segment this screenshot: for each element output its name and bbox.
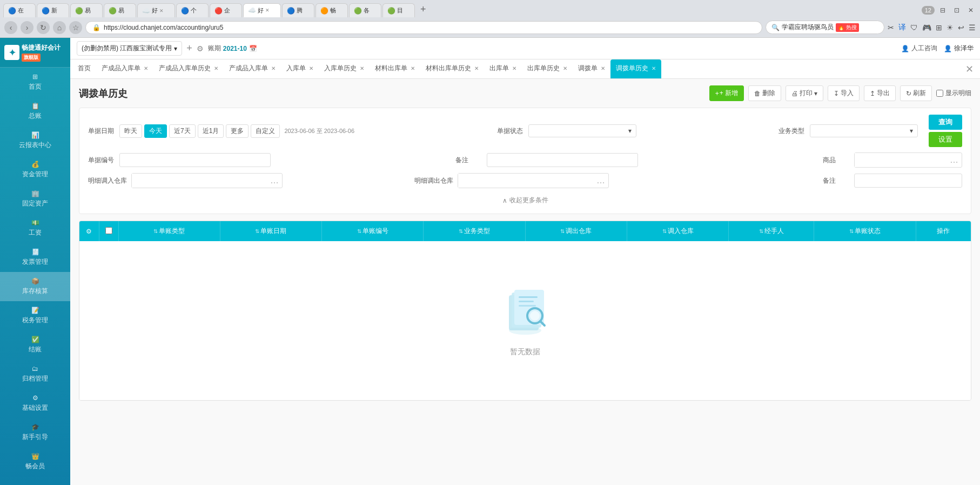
settings-button[interactable]: 设置 [929,132,962,147]
cut-icon[interactable]: ✂ [888,23,894,32]
sidebar-item-settings[interactable]: ⚙ 基础设置 [0,389,70,418]
period-selector[interactable]: 账期 2021-10 📅 [208,44,257,53]
status-select[interactable]: ▾ [528,124,636,137]
col-out-warehouse[interactable]: ⇅ 调出仓库 [525,221,627,241]
close-icon[interactable]: ✕ [271,65,276,71]
tab-product-in-history[interactable]: 产成品入库单历史 ✕ [153,59,224,79]
tab[interactable]: 🔵腾 [282,3,314,17]
tab-stock-in-history[interactable]: 入库单历史 ✕ [319,59,370,79]
tab-product-in[interactable]: 产成品入库单 ✕ [96,59,153,79]
window-controls[interactable]: ⊟ ⊡ ✕ [937,5,977,15]
more-btn[interactable]: 更多 [226,124,249,138]
display-toggle-checkbox[interactable] [936,90,943,97]
goods-more-icon[interactable]: … [947,155,962,165]
detail-in-more-icon[interactable]: … [267,176,282,185]
bookmark-button[interactable]: ☆ [69,21,82,34]
delete-button[interactable]: 🗑 删除 [748,85,781,101]
display-toggle-label[interactable]: 显示明细 [936,89,971,98]
refresh-button[interactable]: ↻ 刷新 [900,85,932,101]
address-bar[interactable]: 🔒 https://cloud.chanjet.com/accounting/u… [85,21,762,34]
browser-search-area[interactable]: 🔍 学霸应聘场驱鸟员 🔥 热搜 [766,21,884,34]
customer-service[interactable]: 👤 人工咨询 [901,44,937,53]
sidebar-item-report[interactable]: 📊 云报表中心 [0,126,70,155]
col-num[interactable]: ⇅ 单账编号 [322,221,424,241]
tab-material-out[interactable]: 材料出库单 ✕ [370,59,420,79]
sidebar-item-stock[interactable]: 📦 库存核算 [0,272,70,301]
col-in-warehouse[interactable]: ⇅ 调入仓库 [627,221,728,241]
sidebar-item-settle[interactable]: ✅ 结账 [0,330,70,360]
tab-stock-in[interactable]: 入库单 ✕ [281,59,319,79]
sidebar-item-guide[interactable]: 🎓 新手引导 [0,418,70,447]
add-company-button[interactable]: + [186,43,192,54]
detail-out-input[interactable] [458,174,591,188]
note-input[interactable] [487,153,638,167]
note2-input[interactable] [854,174,962,188]
tab-stock-out[interactable]: 出库单 ✕ [484,59,522,79]
forward-button[interactable]: › [21,21,33,34]
grid-icon[interactable]: ⊞ [936,23,942,32]
export-button[interactable]: ↥ 导出 [864,85,896,101]
col-date[interactable]: ⇅ 单账日期 [220,221,321,241]
close-all-tabs-button[interactable]: ✕ [961,61,978,77]
print-button[interactable]: 🖨 打印 ▾ [786,85,823,101]
tab-product-in2[interactable]: 产成品入库单 ✕ [224,59,281,79]
close-icon[interactable]: ✕ [360,65,364,71]
docnum-input[interactable] [119,153,271,167]
sidebar-item-home[interactable]: ⊞ 首页 [0,68,70,97]
today-btn[interactable]: 今天 [144,124,167,138]
yesterday-btn[interactable]: 昨天 [119,124,142,138]
menu-icon[interactable]: ☰ [969,23,976,32]
month-btn[interactable]: 近1月 [198,124,224,138]
tab[interactable]: 🟢各 [349,3,381,17]
col-status[interactable]: ⇅ 单账状态 [814,221,916,241]
goods-input[interactable] [855,153,944,167]
tab[interactable]: 🔵个 [176,3,209,17]
tab-stock-out-history[interactable]: 出库单历史 ✕ [522,59,573,79]
home-button[interactable]: ⌂ [53,21,66,34]
tab-home[interactable]: 首页 [72,59,96,79]
close-icon[interactable]: ✕ [144,65,148,71]
col-biz[interactable]: ⇅ 业务类型 [424,221,525,241]
undo-icon[interactable]: ↩ [958,23,964,32]
import-button[interactable]: ↧ 导入 [828,85,860,101]
close-icon[interactable]: ✕ [512,65,516,71]
tab[interactable]: 🟢易 [104,3,136,17]
sidebar-item-invoice[interactable]: 🧾 发票管理 [0,243,70,272]
close-icon[interactable]: ✕ [601,65,605,71]
close-icon[interactable]: ✕ [309,65,313,71]
tab-transfer[interactable]: 调拨单 ✕ [573,59,610,79]
biztype-select[interactable]: ▾ [810,124,918,137]
tab[interactable]: ☁️好✕ [243,3,281,17]
sidebar-item-capital[interactable]: 💰 资金管理 [0,155,70,184]
tab[interactable]: ☁️好✕ [137,3,175,17]
company-settings-button[interactable]: ⚙ [197,44,204,53]
close-icon[interactable]: ✕ [563,65,567,71]
reload-button[interactable]: ↻ [37,21,50,34]
col-check[interactable] [99,221,118,241]
col-gear[interactable]: ⚙ [79,221,99,241]
select-all-checkbox[interactable] [105,227,112,234]
new-tab-button[interactable]: + [416,2,431,17]
tab-transfer-history[interactable]: 调拨单历史 ✕ [610,59,661,79]
back-button[interactable]: ‹ [4,21,17,34]
sidebar-item-archive[interactable]: 🗂 归档管理 [0,360,70,389]
col-type[interactable]: ⇅ 单账类型 [118,221,220,241]
sidebar-item-tax[interactable]: 📝 税务管理 [0,301,70,330]
detail-out-more-icon[interactable]: … [593,176,608,185]
tab[interactable]: 🟢易 [70,3,103,17]
close-icon[interactable]: ✕ [652,65,656,71]
col-handler[interactable]: ⇅ 经手人 [729,221,814,241]
sidebar-item-ledger[interactable]: 📋 总账 [0,97,70,126]
sidebar-item-member[interactable]: 👑 畅会员 [0,447,70,476]
search-button[interactable]: 查询 [929,115,962,130]
tab[interactable]: 🟠畅 [316,3,348,17]
week-btn[interactable]: 近7天 [169,124,196,138]
collapse-filters-button[interactable]: ∧ 收起更多条件 [496,194,555,207]
company-selector[interactable]: (勿删勿禁用) 江西服宝测试专用 ▾ [77,41,182,56]
close-icon[interactable]: ✕ [411,65,415,71]
translate-icon[interactable]: 译 [898,23,906,32]
tab[interactable]: 🔵新 [37,3,69,17]
user-menu[interactable]: 👤 徐泽华 [944,44,974,53]
close-icon[interactable]: ✕ [474,65,479,71]
theme-icon[interactable]: ☀ [947,23,954,32]
